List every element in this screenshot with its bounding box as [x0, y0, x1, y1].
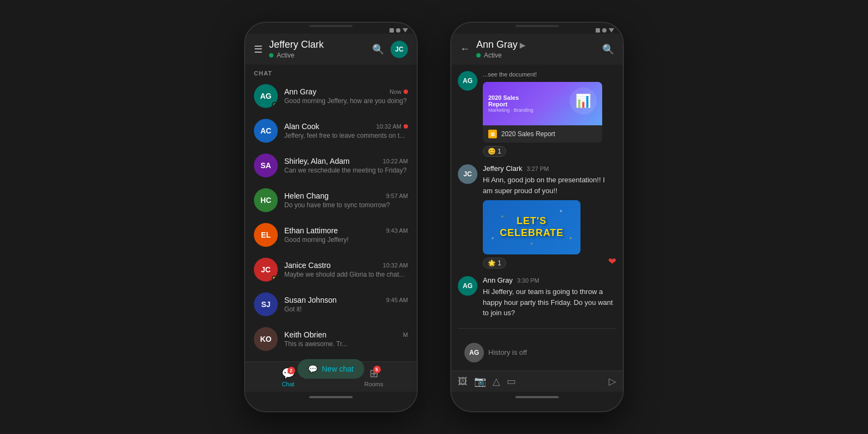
new-chat-button[interactable]: 💬 New chat [297, 359, 364, 379]
video-icon[interactable]: ▭ [507, 375, 516, 387]
unread-dot-alan [404, 124, 408, 129]
back-button[interactable]: ← [460, 43, 470, 55]
active-status-dot [269, 53, 273, 58]
msg-time-jeffery: 3:27 PM [527, 165, 549, 172]
search-icon-right[interactable]: 🔍 [602, 43, 614, 55]
status-dot-ann [272, 102, 277, 107]
user-avatar-left[interactable]: JC [391, 41, 408, 58]
msg-meta-ann-2: Ann Gray 3:30 PM [483, 276, 616, 284]
avatar-susan: SJ [254, 292, 278, 316]
send-button[interactable]: ▷ [609, 375, 616, 387]
camera-icon[interactable]: 📷 [474, 375, 486, 387]
chat-preview-keith: This is awesome. Tr... [284, 340, 408, 348]
msg-time-ann-2: 3:30 PM [517, 277, 539, 284]
chat-notification-badge: 2 [288, 367, 295, 374]
menu-icon[interactable]: ☰ [254, 43, 263, 55]
avatar-janice: JC [254, 258, 278, 282]
new-chat-icon: 💬 [308, 365, 317, 373]
history-off-row: AG History is off [458, 339, 616, 367]
right-phone: ← Ann Gray ▶ Active 🔍 AG [450, 22, 624, 412]
rooms-icon-wrap: ⊞ 5 [369, 367, 379, 380]
chat-preview-susan: Got it! [284, 305, 408, 313]
chat-name-keith: Keith Obrien [284, 330, 327, 339]
chat-time-group: 10:22 AM [383, 158, 408, 164]
reaction-badge-ann[interactable]: 😊 1 [483, 146, 506, 157]
avatar-helen: HC [254, 188, 278, 212]
chat-item-ethan[interactable]: EL Ethan Lattimore 9:43 AM Good morning … [245, 218, 417, 252]
card-title: 2020 Sales Report [501, 130, 555, 138]
msg-content-ann-1: ...see the document! 2020 Sales Report M… [483, 71, 616, 157]
status-sq-2 [596, 28, 600, 33]
status-circle-2 [602, 28, 607, 33]
unread-dot-ann [404, 90, 408, 94]
chat-info-janice: Janice Castro 10:32 AM Maybe we should a… [284, 261, 408, 278]
home-bar-right [515, 396, 559, 398]
left-header-name: Jeffery Clark [269, 39, 366, 50]
chat-item-group[interactable]: SA Shirley, Alan, Adam 10:22 AM Can we r… [245, 148, 417, 183]
msg-content-jeffery: Jeffery Clark 3:27 PM Hi Ann, good job o… [483, 164, 616, 269]
celebrate-stars [483, 200, 580, 254]
chat-icon-wrap: 💬 2 [282, 367, 295, 380]
msg-avatar-ann-2: AG [458, 276, 477, 296]
chat-time-janice: 10:32 AM [383, 262, 408, 269]
image-icon[interactable]: 🖼 [458, 376, 468, 387]
chat-time-ethan: 9:43 AM [386, 227, 408, 234]
right-header: ← Ann Gray ▶ Active 🔍 [451, 34, 623, 65]
drive-icon[interactable]: △ [493, 375, 500, 387]
chat-item-helen[interactable]: HC Helen Chang 9:57 AM Do you have time … [245, 183, 417, 218]
status-circle [396, 28, 400, 33]
chat-item-janice[interactable]: JC Janice Castro 10:32 AM Maybe we shoul… [245, 252, 417, 287]
phone-notch-right [515, 25, 559, 27]
msg-text-jeffery: Hi Ann, good job on the presentation!! I… [483, 175, 616, 196]
avatar-ethan: EL [254, 223, 278, 247]
chat-name-row-ann: Ann Gray Now [284, 87, 408, 96]
search-icon-left[interactable]: 🔍 [372, 43, 384, 55]
chat-info-ann: Ann Gray Now Good morning Jeffery, how a… [284, 87, 408, 105]
chat-name-susan: Susan Johnson [284, 296, 337, 304]
chat-name-ann: Ann Gray [284, 87, 316, 96]
scroll-indicator: ...see the document! [483, 71, 537, 78]
chat-preview-group: Can we reschedule the meeting to Friday? [284, 167, 408, 174]
chat-name-janice: Janice Castro [284, 261, 331, 270]
msg-avatar-jeffery: JC [458, 164, 477, 184]
new-chat-label: New chat [322, 365, 353, 373]
right-header-status: Active [476, 52, 596, 59]
chat-name-row-susan: Susan Johnson 9:45 AM [284, 296, 408, 304]
sales-report-card[interactable]: 2020 Sales Report Marketing · Branding 📊… [483, 82, 602, 143]
chat-area: AG ...see the document! 2020 Sales Repor… [451, 65, 623, 371]
jeffery-reaction-row: 🌟 1 ❤ [483, 254, 616, 269]
rooms-notification-badge: 5 [373, 366, 381, 373]
status-icons-right [596, 28, 614, 33]
status-sq-1 [390, 28, 394, 33]
reaction-badge-jeffery[interactable]: 🌟 1 [483, 258, 506, 269]
status-icons-left [390, 28, 408, 33]
chat-item-keith[interactable]: KO Keith Obrien M This is awesome. Tr... [245, 322, 417, 356]
chat-time-susan: 9:45 AM [386, 297, 408, 303]
chat-nav-label: Chat [282, 381, 294, 387]
header-status: Active [269, 52, 366, 59]
chat-info-group: Shirley, Alan, Adam 10:22 AM Can we resc… [284, 157, 408, 174]
chat-item-susan[interactable]: SJ Susan Johnson 9:45 AM Got it! [245, 287, 417, 322]
msg-sender-ann-2: Ann Gray [483, 276, 513, 284]
chat-time-alan: 10:32 AM [376, 123, 408, 130]
msg-meta-jeffery: Jeffery Clark 3:27 PM [483, 164, 616, 173]
chat-item-ann-gray[interactable]: AG Ann Gray Now Good morning Jeffery, ho… [245, 79, 417, 113]
chevron-right-icon: ▶ [520, 41, 526, 49]
card-image-content: 2020 Sales Report Marketing · Branding [488, 94, 533, 113]
avatar-keith: KO [254, 327, 278, 351]
chat-info-ethan: Ethan Lattimore 9:43 AM Good morning Jef… [284, 226, 408, 244]
avatar-group: SA [254, 154, 278, 177]
history-avatar: AG [464, 343, 484, 362]
card-footer: ▦ 2020 Sales Report [483, 125, 602, 143]
header-icons: 🔍 JC [372, 41, 408, 58]
chat-name-row-ethan: Ethan Lattimore 9:43 AM [284, 226, 408, 235]
card-image: 2020 Sales Report Marketing · Branding 📊 [483, 82, 602, 125]
right-header-title: Ann Gray ▶ Active [476, 39, 596, 59]
chat-item-alan-cook[interactable]: AC Alan Cook 10:32 AM Jeffery, feel free… [245, 113, 417, 148]
card-report: Report [488, 101, 533, 107]
divider [458, 328, 616, 329]
header-title-group: Jeffery Clark Active [269, 39, 366, 59]
msg-text-ann-2: Hi Jeffery, our team is going to throw a… [483, 286, 616, 318]
slides-icon: ▦ [488, 130, 497, 138]
phone-notch-left [309, 25, 353, 27]
